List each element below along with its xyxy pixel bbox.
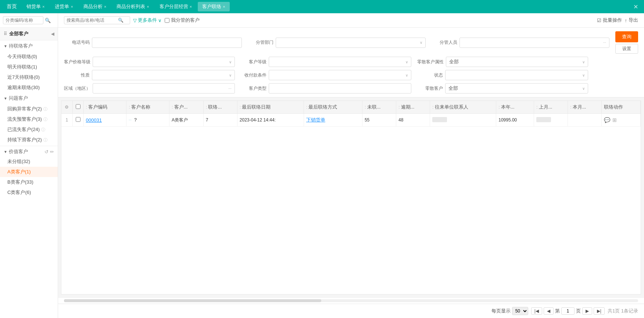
prev-page-button[interactable]: ◀ [544,307,554,315]
scrollbar-thumb[interactable] [64,299,321,302]
retail-attr-input[interactable]: 全部 ∨ [446,57,588,67]
col-gear[interactable]: ⚙ [61,101,72,114]
nav-tab-product-analysis-close[interactable]: × [104,4,106,9]
col-last-date: :最后联络日期 [237,101,304,114]
batch-op-button[interactable]: ☑ 批量操作 [597,17,622,24]
more-filters-button[interactable]: ▽ 更多条件 ∨ [133,17,162,24]
dept-down-icon: ∨ [420,40,422,45]
sidebar: 🔍 ⠿ 全部客户 ◀ ▼ 待联络客户 今天待联络(0) 明天待联络(1) 近7天… [0,13,58,318]
sidebar-item-class-a-label: A类客户(1) [7,169,31,175]
query-button[interactable]: 查询 [615,31,638,42]
status-input[interactable]: ∨ [445,70,588,80]
row-last-method-link[interactable]: 下销货单 [306,117,325,123]
sidebar-item-overdue[interactable]: 逾期未联络(30) [0,82,58,93]
nav-tab-purchase-close[interactable]: × [71,4,73,9]
grid-icon[interactable]: ⊞ [612,117,617,123]
col-related-contact: :往来单位联系人 [430,101,496,114]
sidebar-item-class-b-label: B类客户(33) [7,179,33,186]
collapse-icon[interactable]: ◀ [51,32,54,36]
payment-input[interactable]: ∨ [269,70,412,80]
sidebar-item-declining[interactable]: 持续下滑客户(2) ⓘ [0,135,58,145]
row-checkbox[interactable] [76,117,80,122]
settings-button[interactable]: 设置 [615,44,638,54]
sidebar-item-repurchase-abnormal[interactable]: 回购异常客户(2) ⓘ [0,104,58,114]
settings-icon[interactable]: ✏ [50,149,54,155]
pending-contact-group[interactable]: ▼ 待联络客户 [0,40,58,52]
customer-type-input[interactable] [269,83,412,93]
sidebar-item-class-a[interactable]: A类客户(1) [0,167,58,177]
refresh-icon[interactable]: ↺ [44,149,49,155]
col-name: :客户名称 [126,101,169,114]
nav-tab-customer-contact-close[interactable]: × [223,4,225,9]
price-level-input[interactable]: ∨ [93,57,235,67]
filter-actions: 查询 设置 [615,31,638,54]
col-overdue: :逾期... [396,101,430,114]
batch-op-label: 批量操作 [603,17,622,24]
row-this-month-cell [568,114,602,127]
customer-level-input[interactable]: ∨ [269,57,412,67]
sidebar-search-input[interactable] [3,16,43,24]
export-button[interactable]: ↑ 导出 [625,17,638,24]
sidebar-item-class-c-label: C类客户(6) [7,189,31,196]
close-all-tabs-button[interactable]: ✕ [630,2,641,12]
problem-customers-group[interactable]: ▼ 问题客户 [0,93,58,104]
value-group-actions: ↺ ✏ [44,149,54,155]
nav-tab-product-list[interactable]: 商品分析列表 × [112,2,153,11]
dept-input[interactable]: ∨ [276,38,426,48]
retail-customer-field: 零散客户 全部 ∨ [417,83,588,93]
nav-tab-sales-close[interactable]: × [42,4,44,9]
nav-tab-customer-segment[interactable]: 客户分层经营 × [155,2,196,11]
sidebar-item-overdue-label: 逾期未联络(30) [7,84,40,91]
col-sep-6: : [306,104,308,110]
sidebar-item-churn-warning[interactable]: 流失预警客户(3) ⓘ [0,114,58,124]
page-number-input[interactable] [561,307,575,315]
first-page-button[interactable]: |◀ [531,307,542,315]
chat-icon[interactable]: 💬 [604,117,610,123]
all-customers-header[interactable]: ⠿ 全部客户 ◀ [0,28,58,40]
per-page-select[interactable]: 50 [512,307,528,315]
next-page-button[interactable]: ▶ [582,307,592,315]
phone-input[interactable] [92,38,242,48]
value-customers-label: 价值客户 [9,148,28,155]
sidebar-item-churned[interactable]: 已流失客户(24) ⓘ [0,124,58,135]
row-code-link[interactable]: 000031 [86,117,102,123]
last-page-button[interactable]: ▶| [594,307,605,315]
nav-tab-product-analysis[interactable]: 商品分析 × [79,2,111,11]
nav-tab-sales[interactable]: 销货单 × [22,2,49,11]
triangle-icon: ▼ [4,44,7,48]
search-input[interactable] [67,18,118,23]
main-layout: 🔍 ⠿ 全部客户 ◀ ▼ 待联络客户 今天待联络(0) 明天待联络(1) 近7天… [0,13,644,318]
customer-level-down-icon: ∨ [405,60,408,64]
dept-label: 分管部门 [248,39,273,46]
scrollbar-track[interactable] [64,299,638,302]
nature-input[interactable]: ∨ [92,70,235,80]
nav-tab-purchase[interactable]: 进货单 × [50,2,77,11]
search-icon[interactable]: 🔍 [118,18,124,23]
retail-customer-input[interactable]: 全部 ∨ [445,83,588,93]
sidebar-item-class-c[interactable]: C类客户(6) [0,187,58,198]
sidebar-item-ungrouped[interactable]: 未分组(32) [0,156,58,167]
content-area: 🔍 ▽ 更多条件 ∨ 我分管的客户 ☑ 批量操作 ↑ 导出 [58,13,644,318]
nav-tab-product-list-close[interactable]: × [147,4,149,9]
price-level-down-icon: ∨ [229,60,232,64]
sidebar-item-tomorrow-pending[interactable]: 明天待联络(1) [0,62,58,72]
select-all-checkbox[interactable] [76,104,80,109]
triangle-icon-2: ▼ [4,96,7,100]
sidebar-item-today-pending[interactable]: 今天待联络(0) [0,52,58,62]
page-label: 第 [555,308,560,314]
person-input[interactable]: ··· [459,38,609,48]
nav-tab-customer-segment-close[interactable]: × [190,4,192,9]
chevron-down-icon: ∨ [158,18,162,23]
col-code: :客户编码 [83,101,126,114]
sidebar-search-icon[interactable]: 🔍 [45,18,51,23]
payment-label: 收付款条件 [241,72,266,78]
nav-tab-customer-contact[interactable]: 客户联络 × [198,2,229,11]
sidebar-item-class-b[interactable]: B类客户(33) [0,177,58,187]
region-input[interactable]: ··· [93,83,235,93]
sidebar-item-7days-pending[interactable]: 近7天待联络(0) [0,72,58,82]
col-sep: : [86,104,87,110]
data-table-container: ⚙ :客户编码 :客户名称 :客户... :联络... :最后联络日期 :最后联… [61,100,641,294]
home-nav-item[interactable]: 首页 [3,2,21,11]
value-customers-group[interactable]: ▼ 价值客户 ↺ ✏ [0,146,58,156]
my-customers-checkbox[interactable] [165,18,169,23]
